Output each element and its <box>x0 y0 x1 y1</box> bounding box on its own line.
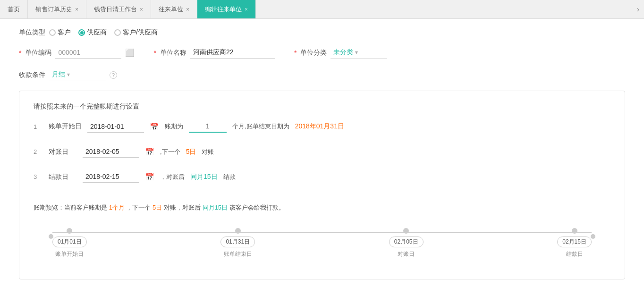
radio-supplier-label: 供应商 <box>87 28 107 37</box>
category-label: 单位分类 <box>300 49 327 57</box>
name-label: 单位名称 <box>160 49 186 57</box>
timeline-label-4: 结款日 <box>566 250 583 258</box>
payment-label: 收款条件 <box>19 71 45 79</box>
timeline-point-1: 01月01日 账单开始日 <box>52 228 87 258</box>
payment-row: 收款条件 月结 ▾ ? <box>19 68 625 81</box>
tab-cash-workbench-label: 钱货日清工作台 <box>94 5 137 14</box>
close-sales-history-icon[interactable]: × <box>75 6 78 13</box>
payment-group: 收款条件 月结 ▾ ? <box>19 68 117 81</box>
period-label-3: 结款日 <box>49 173 77 181</box>
code-name-category-row: * 单位编码 ⬜ * 单位名称 * 单位分类 未分类 ▾ <box>19 46 625 59</box>
timeline-label-3: 对账日 <box>398 250 415 258</box>
timeline-badge-1: 01月01日 <box>52 236 87 247</box>
payment-date-input[interactable] <box>83 171 139 183</box>
period-num-2: 2 <box>34 148 43 155</box>
close-cash-workbench-icon[interactable]: × <box>140 6 143 13</box>
period-desc-3a: ，对账后 <box>160 173 185 181</box>
tab-sales-history-label: 销售订单历史 <box>35 5 72 14</box>
start-date-input[interactable] <box>87 121 144 133</box>
radio-group: 客户 供应商 客户/供应商 <box>49 28 158 37</box>
timeline-point-2: 01月31日 账单结束日 <box>220 228 255 258</box>
period-label-1: 账单开始日 <box>49 122 82 131</box>
period-payment-day: 同月15日 <box>190 173 218 181</box>
period-num-1: 1 <box>34 123 43 130</box>
period-row-3: 3 结款日 📅 ，对账后 同月15日 结款 <box>34 171 610 183</box>
radio-supplier-circle <box>78 29 85 36</box>
category-dropdown-arrow-icon: ▾ <box>355 49 358 56</box>
tab-cash-workbench[interactable]: 钱货日清工作台 × <box>86 0 151 18</box>
tab-partners[interactable]: 往来单位 × <box>151 0 197 18</box>
payment-date-calendar-icon[interactable]: 📅 <box>145 172 154 181</box>
main-content: 单位类型 客户 供应商 客户/供应商 * 单位编码 <box>0 19 644 287</box>
period-reconcile-day: 5日 <box>186 148 196 156</box>
timeline: 01月01日 账单开始日 01月31日 账单结束日 02月05日 对账日 <box>34 223 610 263</box>
reconcile-date-input[interactable] <box>83 146 139 158</box>
period-card-title: 请按照未来的一个完整帐期进行设置 <box>34 102 610 111</box>
months-input[interactable] <box>189 120 227 133</box>
period-row-2: 2 对账日 📅 ,下一个 5日 对账 <box>34 146 610 158</box>
period-end-date: 2018年01月31日 <box>295 122 344 131</box>
period-desc-1a: 账期为 <box>165 122 183 131</box>
category-group: * 单位分类 未分类 ▾ <box>294 46 387 59</box>
timeline-points: 01月01日 账单开始日 01月31日 账单结束日 02月05日 对账日 <box>52 228 592 258</box>
timeline-label-1: 账单开始日 <box>55 250 84 258</box>
close-partners-icon[interactable]: × <box>186 6 189 13</box>
category-required: * <box>294 49 297 57</box>
radio-customer-supplier-circle <box>114 29 121 36</box>
payment-help-icon[interactable]: ? <box>110 71 117 79</box>
tab-expand-icon[interactable]: › <box>632 5 644 14</box>
close-edit-partner-icon[interactable]: × <box>245 6 248 13</box>
unit-type-row: 单位类型 客户 供应商 客户/供应商 <box>19 28 625 37</box>
payment-dropdown[interactable]: 月结 ▾ <box>49 68 106 81</box>
code-copy-icon[interactable]: ⬜ <box>125 48 135 57</box>
payment-dropdown-arrow-icon: ▾ <box>67 71 70 78</box>
radio-customer-supplier[interactable]: 客户/供应商 <box>114 28 158 37</box>
radio-customer[interactable]: 客户 <box>49 28 71 37</box>
code-input[interactable] <box>55 47 121 59</box>
code-label: 单位编码 <box>25 49 51 57</box>
preview-end: 该客户会给我打款。 <box>229 204 285 211</box>
reconcile-date-calendar-icon[interactable]: 📅 <box>145 147 154 156</box>
period-row-1: 1 账单开始日 📅 账期为 个月,账单结束日期为 2018年01月31日 <box>34 120 610 133</box>
preview-mid1: ，下一个 <box>126 204 151 211</box>
period-desc-2b: 对账 <box>202 148 214 156</box>
tab-home[interactable]: 首页 <box>0 0 28 18</box>
radio-customer-supplier-label: 客户/供应商 <box>123 28 158 37</box>
tab-partners-label: 往来单位 <box>159 5 183 14</box>
radio-customer-label: 客户 <box>58 28 71 37</box>
period-desc-3b: 结款 <box>223 173 236 181</box>
timeline-point-3: 02月05日 对账日 <box>389 228 424 258</box>
timeline-badge-3: 02月05日 <box>389 236 424 247</box>
payment-value: 月结 <box>52 70 65 79</box>
preview-mid2: 对账，对账后 <box>164 204 201 211</box>
timeline-dot-4 <box>572 228 577 234</box>
category-value: 未分类 <box>333 48 353 57</box>
radio-customer-circle <box>49 29 56 36</box>
name-required: * <box>153 49 156 57</box>
name-input[interactable] <box>190 47 275 59</box>
tab-bar: 首页 销售订单历史 × 钱货日清工作台 × 往来单位 × 编辑往来单位 × › <box>0 0 644 19</box>
tab-home-label: 首页 <box>8 5 20 14</box>
preview-text: 账期预览：当前客户账期是 1个月 ，下一个 5日 对账，对账后 同月15日 该客… <box>34 203 610 212</box>
timeline-point-4: 02月15日 结款日 <box>557 228 592 258</box>
preview-label: 账期预览：当前客户账期是 <box>34 204 107 211</box>
category-dropdown[interactable]: 未分类 ▾ <box>330 46 387 59</box>
timeline-badge-2: 01月31日 <box>220 236 255 247</box>
period-desc-1b: 个月,账单结束日期为 <box>232 122 289 131</box>
period-label-2: 对账日 <box>49 148 77 156</box>
code-required: * <box>19 49 21 57</box>
preview-months: 1个月 <box>109 204 125 211</box>
start-date-calendar-icon[interactable]: 📅 <box>150 122 159 131</box>
timeline-dot-1 <box>67 228 72 234</box>
unit-type-group: 单位类型 客户 供应商 客户/供应商 <box>19 28 158 37</box>
radio-supplier[interactable]: 供应商 <box>78 28 107 37</box>
preview-section: 账期预览：当前客户账期是 1个月 ，下一个 5日 对账，对账后 同月15日 该客… <box>34 196 610 268</box>
timeline-dot-3 <box>403 228 409 234</box>
code-group: * 单位编码 ⬜ <box>19 47 135 59</box>
timeline-label-2: 账单结束日 <box>224 250 252 258</box>
preview-reconcile-day: 5日 <box>153 204 162 211</box>
tab-edit-partner[interactable]: 编辑往来单位 × <box>197 0 256 18</box>
unit-type-label: 单位类型 <box>19 28 45 37</box>
tab-sales-history[interactable]: 销售订单历史 × <box>28 0 86 18</box>
name-group: * 单位名称 <box>153 47 275 59</box>
